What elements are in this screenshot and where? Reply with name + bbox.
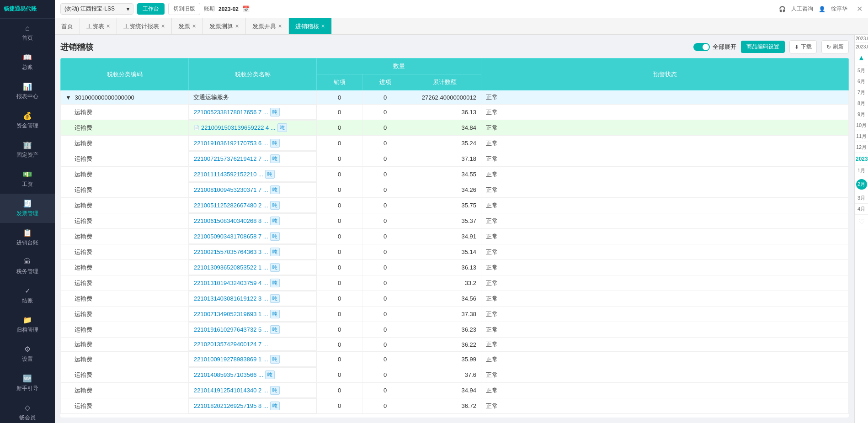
tab-salary-stats[interactable]: 工资统计报表 ✕ [117,18,172,35]
right-panel-heart: ♡ [855,215,868,229]
download-button[interactable]: ⬇ 下载 [789,40,817,53]
refresh-label: 刷新 [833,43,844,51]
table-row: 运输费 2210191036192170753 6 ... 吨 0 0 35.2… [61,136,849,151]
sidebar-item-member[interactable]: ◇ 畅会员 [0,398,55,423]
row-tag: 吨 [265,170,275,179]
period-value: 2023-02 [218,6,239,12]
row-invoice: 2210140859357103566 ... 吨 [189,367,316,382]
row-invoice: 2210052338178017656 7 ... 吨 [189,105,316,120]
company-selector[interactable]: (勿动) 江西报宝-LSS ▾ [60,3,133,15]
row-cumulative: 34.91 [408,229,481,244]
row-name: 运输费 [61,275,189,291]
switch-button[interactable]: 切到旧版 [168,3,200,15]
row-cumulative: 36.72 [408,398,481,414]
right-panel-month-10[interactable]: 10月 [855,120,868,131]
row-purchase: 0 [362,213,408,229]
right-panel-month-1[interactable]: 1月 [855,165,868,176]
row-sales: 0 [317,198,362,213]
tab-invoice-check[interactable]: 进销稽核 ✕ [289,18,332,35]
row-cumulative: 35.99 [408,352,481,367]
tab-invoice-check-close[interactable]: ✕ [321,23,325,29]
right-panel-year-2023-1[interactable]: 2023.02 [855,35,868,43]
sidebar-item-ledger-label: 总账 [22,63,33,71]
product-settings-button[interactable]: 商品编码设置 [741,41,785,53]
sidebar-item-capital-label: 资金管理 [16,122,38,130]
row-purchase: 0 [362,291,408,307]
row-invoice: 2210201357429400124 7 ... [189,338,316,351]
sidebar-item-salary[interactable]: 💵 工资 [0,164,55,194]
right-panel-month-3[interactable]: 3月 [855,193,868,204]
row-sales: 0 [317,136,362,151]
right-panel-current-year[interactable]: 2023 [855,153,868,165]
right-panel-month-11[interactable]: 11月 [855,131,868,142]
row-status: 正常 [481,307,849,322]
sidebar-item-invoice-mgmt[interactable]: 🧾 发票管理 [0,194,55,223]
logo-text: 畅捷通易代账 [4,5,37,13]
right-panel-month-4[interactable]: 4月 [855,204,868,215]
sidebar-item-purchase-sales[interactable]: 📋 进销台账 [0,223,55,252]
row-invoice: 2210071349052319693 1 ... 吨 [189,307,316,322]
sidebar-item-ledger[interactable]: 📖 总账 [0,48,55,77]
row-name: 运输费 [61,338,189,352]
expand-toggle[interactable] [693,43,710,51]
row-name: 运输费 [61,352,189,367]
close-button[interactable]: ✕ [857,5,863,13]
sidebar-item-reports[interactable]: 📊 报表中心 [0,77,55,106]
row-cumulative: 37.6 [408,367,481,383]
tab-salary[interactable]: 工资表 ✕ [80,18,117,35]
table-row: 运输费 2210052338178017656 7 ... 吨 0 0 36.1… [61,105,849,120]
support-text[interactable]: 人工咨询 [791,5,813,13]
row-name: 运输费 [61,105,189,120]
right-panel-nav-up[interactable]: ▲ [855,51,868,65]
tab-salary-close[interactable]: ✕ [106,23,110,29]
group-arrow-icon[interactable]: ▼ [65,94,71,101]
sidebar-item-tax[interactable]: 🏛 税务管理 [0,252,55,281]
row-name: 运输费 [61,136,189,151]
sidebar-item-home[interactable]: ⌂ 首页 [0,19,55,48]
refresh-button[interactable]: ↻ 刷新 [821,40,849,53]
row-tag: 吨 [270,185,280,194]
calendar-icon[interactable]: 📅 [242,5,250,12]
group-code-value: 301000000000000000 [75,94,134,101]
tab-salary-stats-close[interactable]: ✕ [161,23,165,29]
archive-icon: 📁 [23,316,32,324]
row-purchase: 0 [362,105,408,120]
row-cumulative: 36.13 [408,105,481,120]
main-area: 进销稽核 全部展开 商品编码设置 ⬇ 下载 ↻ 刷新 [55,35,854,423]
right-panel-month-7[interactable]: 7月 [855,87,868,98]
sidebar-item-home-label: 首页 [22,34,33,42]
right-panel-current-month[interactable]: 2月 [856,179,867,190]
tab-home[interactable]: 首页 [55,18,80,35]
row-tag: 吨 [270,325,280,334]
sidebar-item-archive[interactable]: 📁 归档管理 [0,310,55,339]
row-tag: 吨 [270,402,280,410]
sidebar-item-checkout[interactable]: ✓ 结账 [0,281,55,310]
tab-invoice-calc-close[interactable]: ✕ [235,23,239,29]
table-container: 税收分类编码 税收分类名称 数量 预警状态 销项 进项 累计数额 [60,58,849,418]
row-cumulative: 35.14 [408,244,481,260]
tab-invoice-calc-label: 发票测算 [209,22,233,31]
group-name: 交通运输服务 [189,90,317,105]
tab-invoice-open[interactable]: 发票开具 ✕ [246,18,289,35]
sidebar-item-guide[interactable]: 🆕 新手引导 [0,369,55,398]
table-group-row: ▼ 301000000000000000 交通运输服务 0 0 27262.40… [61,90,849,105]
right-panel-month-12[interactable]: 12月 [855,142,868,153]
tab-invoice-close[interactable]: ✕ [192,23,196,29]
sidebar-item-capital[interactable]: 💰 资金管理 [0,106,55,135]
tab-invoice[interactable]: 发票 ✕ [172,18,203,35]
sidebar-item-assets[interactable]: 🏢 固定资产 [0,135,55,164]
right-panel-month-5[interactable]: 5月 [855,65,868,76]
right-panel-month-8[interactable]: 8月 [855,98,868,109]
right-panel-month-9[interactable]: 9月 [855,109,868,120]
tab-invoice-open-close[interactable]: ✕ [278,23,282,29]
tab-invoice-calc[interactable]: 发票测算 ✕ [203,18,246,35]
right-panel-month-6[interactable]: 6月 [855,76,868,87]
sidebar-item-settings[interactable]: ⚙ 设置 [0,339,55,369]
right-panel-year-2023-2[interactable]: 2023.02 [855,43,868,51]
row-cumulative: 36.13 [408,260,481,275]
row-status: 正常 [481,244,849,260]
row-purchase: 0 [362,136,408,151]
workspace-button[interactable]: 工作台 [137,3,165,15]
col-status: 预警状态 [481,58,849,90]
tab-invoice-open-label: 发票开具 [252,22,276,31]
